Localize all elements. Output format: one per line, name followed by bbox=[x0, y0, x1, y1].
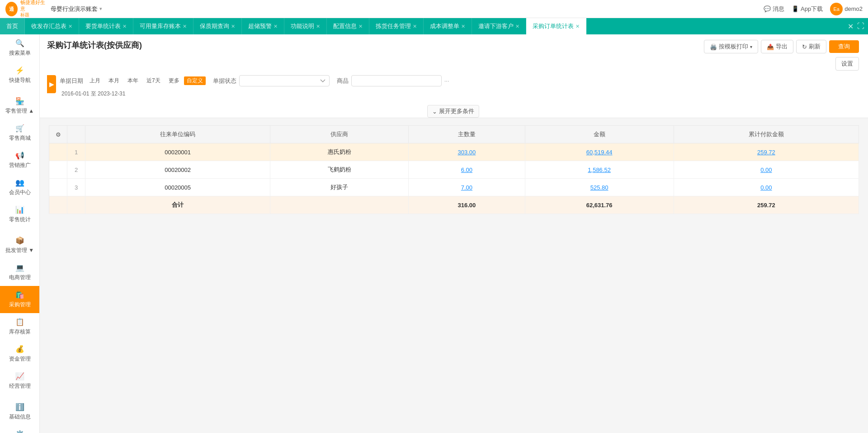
workspace-selector[interactable]: 母婴行业演示账套 ▾ bbox=[51, 5, 758, 13]
app-download-label: App下载 bbox=[801, 5, 823, 13]
sidebar-label-shortcut: 快捷导航 bbox=[9, 76, 31, 84]
sidebar-item-finance[interactable]: 💰 资金管理 bbox=[0, 340, 39, 367]
tab-采购订单统计表[interactable]: 采购订单统计表 ✕ bbox=[526, 18, 586, 34]
cell-paid-amount[interactable]: 259.72 bbox=[674, 143, 859, 161]
tab-超储预警[interactable]: 超储预警 ✕ bbox=[242, 18, 284, 34]
sidebar-item-operation[interactable]: 📈 经营管理 bbox=[0, 367, 39, 395]
close-icon[interactable]: ✕ bbox=[274, 24, 278, 29]
cell-amount[interactable]: 1,586.52 bbox=[525, 161, 674, 179]
close-icon[interactable]: ✕ bbox=[413, 24, 417, 29]
app-download-btn[interactable]: 📱 App下载 bbox=[792, 5, 823, 13]
cell-amount[interactable]: 60,519.44 bbox=[525, 143, 674, 161]
tab-可用量库存账本[interactable]: 可用量库存账本 ✕ bbox=[133, 18, 193, 34]
column-settings-icon[interactable]: ⚙ bbox=[56, 131, 61, 138]
expand-more-row: ⌄ 展开更多条件 bbox=[47, 105, 859, 118]
tab-expand-icon[interactable]: ⛶ bbox=[857, 22, 864, 30]
close-icon[interactable]: ✕ bbox=[183, 24, 187, 29]
sidebar-item-search[interactable]: 🔍 搜索菜单 bbox=[0, 34, 39, 62]
sidebar-item-retail-shop[interactable]: 🛒 零售商城 bbox=[0, 119, 39, 147]
expand-more-btn[interactable]: ⌄ 展开更多条件 bbox=[427, 105, 479, 118]
template-print-btn[interactable]: 🖨️ 按模板打印 ▾ bbox=[704, 40, 758, 53]
close-icon[interactable]: ✕ bbox=[123, 24, 127, 29]
cell-paid-amount[interactable]: 0.00 bbox=[674, 161, 859, 179]
home-tab-label: 首页 bbox=[6, 22, 18, 30]
cell-paid-amount[interactable]: 0.00 bbox=[674, 179, 859, 196]
goods-input[interactable] bbox=[351, 75, 442, 86]
footer-supplier bbox=[270, 196, 409, 214]
shortcut-7days[interactable]: 近7天 bbox=[143, 76, 164, 86]
close-icon[interactable]: ✕ bbox=[515, 24, 519, 29]
tab-close-all-icon[interactable]: ✕ bbox=[848, 22, 854, 31]
cell-main-qty[interactable]: 6.00 bbox=[409, 161, 525, 179]
shortcut-last-month[interactable]: 上月 bbox=[86, 76, 104, 86]
sidebar-item-retail-stat[interactable]: 📊 零售统计 bbox=[0, 201, 39, 228]
tab-home[interactable]: 首页 bbox=[0, 18, 25, 34]
shortcut-more[interactable]: 更多 bbox=[165, 76, 183, 86]
custom-date-badge[interactable]: 自定义 bbox=[184, 76, 206, 85]
printer-icon: 🖨️ bbox=[710, 43, 717, 50]
top-bar: 通 畅捷通好生意 标题 母婴行业演示账套 ▾ 💬 消息 📱 App下载 Ea d… bbox=[0, 0, 868, 18]
tab-拣货任务管理[interactable]: 拣货任务管理 ✕ bbox=[369, 18, 424, 34]
cell-settings bbox=[49, 179, 67, 196]
th-main-qty: 主数量 bbox=[409, 126, 525, 143]
shortcut-this-month[interactable]: 本月 bbox=[105, 76, 123, 86]
sidebar-item-marketing[interactable]: 📢 营销推广 bbox=[0, 147, 39, 174]
tab-功能说明[interactable]: 功能说明 ✕ bbox=[284, 18, 327, 34]
cell-main-qty[interactable]: 303.00 bbox=[409, 143, 525, 161]
user-area[interactable]: Ea demo2 bbox=[830, 3, 863, 15]
tab-收发存汇总表[interactable]: 收发存汇总表 ✕ bbox=[25, 18, 79, 34]
close-icon[interactable]: ✕ bbox=[359, 24, 363, 29]
sidebar-item-member[interactable]: 👥 会员中心 bbox=[0, 174, 39, 201]
close-icon[interactable]: ✕ bbox=[316, 24, 320, 29]
finance-icon: 💰 bbox=[15, 345, 24, 353]
member-icon: 👥 bbox=[15, 178, 24, 187]
logo-icon: 通 bbox=[5, 2, 18, 16]
cell-supplier: 好孩子 bbox=[270, 179, 409, 196]
close-icon[interactable]: ✕ bbox=[461, 24, 465, 29]
marketing-icon: 📢 bbox=[15, 151, 24, 160]
message-btn[interactable]: 💬 消息 bbox=[764, 5, 784, 13]
sidebar-item-basic-info[interactable]: ℹ️ 基础信息 bbox=[0, 398, 39, 425]
sidebar-item-retail-mgmt[interactable]: 🏪 零售管理 ▲ bbox=[0, 92, 39, 119]
date-range-display-row: 2016-01-01 至 2023-12-31 bbox=[60, 90, 859, 98]
sidebar-item-inventory[interactable]: 📋 库存核算 bbox=[0, 313, 39, 340]
search-btn[interactable]: 查询 bbox=[829, 40, 859, 53]
close-icon[interactable]: ✕ bbox=[576, 24, 580, 29]
th-amount: 金额 bbox=[525, 126, 674, 143]
download-icon: 📱 bbox=[792, 5, 799, 12]
footer-row: 合计 316.00 62,631.76 259.72 bbox=[49, 196, 859, 214]
shortcut-this-year[interactable]: 本年 bbox=[124, 76, 142, 86]
tab-邀请下游客户[interactable]: 邀请下游客户 ✕ bbox=[472, 18, 526, 34]
sidebar-item-ecommerce[interactable]: 💻 电商管理 bbox=[0, 259, 39, 286]
sidebar-item-purchase[interactable]: 🛍️ 采购管理 bbox=[0, 286, 39, 313]
goods-more-icon[interactable]: ··· bbox=[444, 77, 449, 84]
export-btn[interactable]: 📤 导出 bbox=[761, 40, 793, 53]
sidebar-item-sys-mgmt[interactable]: ⚙️ 系统管理 bbox=[0, 425, 39, 433]
table-area: ⚙ 往来单位编码 供应商 主数量 金额 累计付款金额 1 00020001 bbox=[40, 118, 868, 433]
filter-collapse-btn[interactable]: ▶ bbox=[47, 75, 56, 93]
footer-cell-settings bbox=[49, 196, 67, 214]
top-right: 💬 消息 📱 App下载 Ea demo2 bbox=[764, 3, 863, 15]
tab-配置信息[interactable]: 配置信息 ✕ bbox=[327, 18, 369, 34]
close-icon[interactable]: ✕ bbox=[68, 24, 72, 29]
purchase-icon: 🛍️ bbox=[15, 290, 24, 299]
sidebar-item-wholesale[interactable]: 📦 批发管理 ▼ bbox=[0, 232, 39, 259]
search-label: 查询 bbox=[838, 43, 850, 50]
tab-要货单统计表[interactable]: 要货单统计表 ✕ bbox=[79, 18, 133, 34]
sys-mgmt-icon: ⚙️ bbox=[15, 430, 24, 433]
status-select[interactable] bbox=[239, 75, 330, 86]
search-icon: 🔍 bbox=[15, 39, 24, 48]
tab-保质期查询[interactable]: 保质期查询 ✕ bbox=[193, 18, 242, 34]
settings-btn[interactable]: 设置 bbox=[835, 57, 859, 71]
sidebar-item-shortcut[interactable]: ⚡ 快捷导航 bbox=[0, 62, 39, 89]
refresh-btn[interactable]: ↻ 刷新 bbox=[796, 40, 826, 53]
table-body: 1 00020001 惠氏奶粉 303.00 60,519.44 259.72 … bbox=[49, 143, 859, 196]
tab-成本调整单[interactable]: 成本调整单 ✕ bbox=[424, 18, 472, 34]
table-row: 2 00020002 飞鹤奶粉 6.00 1,586.52 0.00 bbox=[49, 161, 859, 179]
close-icon[interactable]: ✕ bbox=[231, 24, 235, 29]
cell-main-qty[interactable]: 7.00 bbox=[409, 179, 525, 196]
cell-amount[interactable]: 525.80 bbox=[525, 179, 674, 196]
expand-chevron-icon: ⌄ bbox=[432, 108, 437, 115]
th-settings: ⚙ bbox=[49, 126, 67, 143]
header-row: ⚙ 往来单位编码 供应商 主数量 金额 累计付款金额 bbox=[49, 126, 859, 143]
